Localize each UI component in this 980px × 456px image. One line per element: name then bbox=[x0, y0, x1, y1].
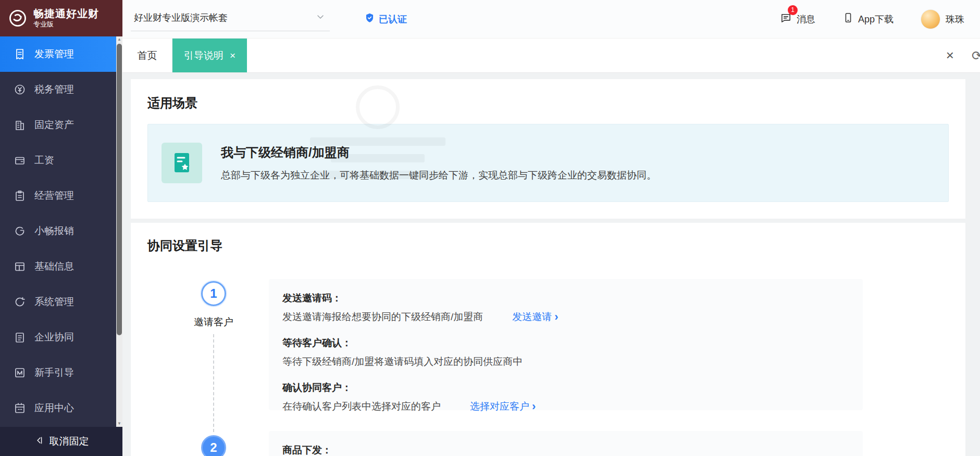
step-1-label: 邀请客户 bbox=[190, 315, 238, 329]
wallet-icon bbox=[14, 154, 26, 167]
sidebar-item-label: 税务管理 bbox=[34, 83, 74, 96]
account-selector[interactable]: 好业财专业版演示帐套 bbox=[131, 7, 330, 31]
sidebar-item-salary[interactable]: 工资 bbox=[0, 143, 116, 178]
user-profile[interactable]: 珠珠 bbox=[921, 9, 964, 29]
tab-close-icon[interactable]: × bbox=[230, 50, 235, 60]
tab-home-label: 首页 bbox=[138, 49, 157, 62]
section-title-scenarios: 适用场景 bbox=[147, 95, 949, 111]
sidebar-item-app-center[interactable]: 应用中心 bbox=[0, 390, 116, 426]
avatar bbox=[921, 9, 940, 29]
scenario-title: 我与下级经销商/加盟商 bbox=[221, 144, 656, 161]
sidebar-item-label: 发票管理 bbox=[34, 47, 74, 61]
account-name: 好业财专业版演示帐套 bbox=[134, 11, 228, 24]
confirm-customer-title: 确认协同客户： bbox=[282, 381, 849, 395]
sidebar-item-label: 基础信息 bbox=[34, 260, 74, 273]
unpin-label: 取消固定 bbox=[49, 435, 89, 448]
sidebar-item-invoice[interactable]: 发票管理 bbox=[0, 36, 116, 72]
topbar: 好业财专业版演示帐套 已认证 1 消息 App下载 珠珠 bbox=[122, 0, 980, 39]
messages-label: 消息 bbox=[797, 13, 815, 26]
sidebar-item-label: 企业协同 bbox=[34, 331, 74, 344]
scenario-card: 我与下级经销商/加盟商 总部与下级各为独立企业，可将基础数据一键同步给下游，实现… bbox=[147, 124, 949, 202]
brand-name: 畅捷通好业财 bbox=[33, 8, 99, 20]
sidebar-item-label: 固定资产 bbox=[34, 118, 74, 132]
sidebar-item-business[interactable]: 经营管理 bbox=[0, 178, 116, 213]
brand-edition: 专业版 bbox=[33, 21, 99, 29]
messages-button[interactable]: 1 消息 bbox=[780, 12, 815, 27]
step-2-number: 2 bbox=[210, 440, 217, 455]
wait-confirm-text: 等待下级经销商/加盟将邀请码填入对应的协同供应商中 bbox=[282, 355, 523, 369]
app-download-button[interactable]: App下载 bbox=[842, 12, 894, 26]
sidebar-item-tax[interactable]: 税务管理 bbox=[0, 72, 116, 107]
chevron-right-icon: › bbox=[532, 401, 536, 412]
select-customer-link[interactable]: 选择对应客户 › bbox=[470, 400, 536, 413]
phone-icon bbox=[842, 12, 854, 26]
setup-guide-section: 协同设置引导 1 邀请客户 2 发送邀请码： 发送邀请海报给想要协同的下级经销商… bbox=[131, 223, 965, 456]
sidebar-item-label: 经营管理 bbox=[34, 189, 74, 202]
messages-count-badge: 1 bbox=[788, 5, 798, 15]
certified-badge: 已认证 bbox=[364, 12, 407, 26]
chevron-down-icon bbox=[315, 11, 326, 24]
step-2-badge: 2 bbox=[201, 435, 226, 456]
sidebar-item-newbie-guide[interactable]: 新手引导 bbox=[0, 355, 116, 390]
username: 珠珠 bbox=[946, 13, 964, 26]
send-invite-code-title: 发送邀请码： bbox=[282, 292, 849, 305]
wait-confirm-title: 等待客户确认： bbox=[282, 336, 849, 350]
step-1-number: 1 bbox=[210, 286, 217, 301]
tabbar: 首页 引导说明 × × ⟳ bbox=[122, 39, 980, 73]
send-invite-link[interactable]: 发送邀请 › bbox=[512, 310, 558, 324]
tax-icon bbox=[14, 83, 26, 96]
certified-shield-icon bbox=[364, 12, 375, 26]
step-2-panel: 商品下发： bbox=[269, 431, 863, 456]
clipboard-icon bbox=[14, 189, 26, 202]
sidebar-item-expense[interactable]: 小畅报销 bbox=[0, 213, 116, 249]
tab-overflow-icon[interactable]: ⟳ bbox=[972, 48, 980, 63]
send-invite-code-text: 发送邀请海报给想要协同的下级经销商/加盟商 bbox=[282, 310, 483, 324]
expense-g-icon bbox=[14, 225, 26, 237]
sidebar-item-system[interactable]: 系统管理 bbox=[0, 284, 116, 320]
brand-logo: 畅捷通好业财 专业版 bbox=[0, 0, 122, 36]
scrollbar-thumb[interactable] bbox=[117, 44, 122, 335]
collaboration-icon bbox=[14, 331, 26, 344]
sidebar-item-fixed-assets[interactable]: 固定资产 bbox=[0, 107, 116, 143]
chevron-right-icon: › bbox=[554, 311, 558, 323]
unpin-sidebar-button[interactable]: 取消固定 bbox=[0, 427, 122, 456]
step-connector-line bbox=[213, 334, 214, 432]
tab-guide-label: 引导说明 bbox=[184, 49, 224, 62]
sidebar-menu: 发票管理 税务管理 固定资产 工资 经营管理 小畅报销 bbox=[0, 36, 116, 427]
document-star-icon bbox=[162, 143, 202, 183]
sidebar-item-label: 系统管理 bbox=[34, 295, 74, 309]
tab-guide[interactable]: 引导说明 × bbox=[172, 39, 247, 72]
app-download-label: App下载 bbox=[858, 13, 894, 26]
certified-label: 已认证 bbox=[379, 13, 407, 26]
sidebar-scrollbar[interactable]: ▲ ▼ bbox=[116, 36, 122, 427]
section-title-setup-guide: 协同设置引导 bbox=[147, 237, 949, 254]
goods-dispatch-title: 商品下发： bbox=[282, 444, 849, 456]
brand-logo-icon bbox=[7, 8, 28, 29]
building-icon bbox=[14, 119, 26, 131]
main-content: 适用场景 我与下级经销商/加盟商 总部与下级各为独立企业，可将基础数据 bbox=[122, 73, 980, 456]
scenario-section: 适用场景 我与下级经销商/加盟商 总部与下级各为独立企业，可将基础数据 bbox=[131, 79, 965, 219]
sidebar: 畅捷通好业财 专业版 发票管理 税务管理 固定资产 工资 bbox=[0, 0, 122, 456]
sidebar-item-label: 新手引导 bbox=[34, 366, 74, 379]
sidebar-item-basic-info[interactable]: 基础信息 bbox=[0, 249, 116, 284]
confirm-customer-text: 在待确认客户列表中选择对应的客户 bbox=[282, 400, 441, 413]
sidebar-item-label: 应用中心 bbox=[34, 401, 74, 415]
tab-actions: × ⟳ bbox=[942, 39, 980, 72]
table-icon bbox=[14, 260, 26, 273]
scroll-up-icon[interactable]: ▲ bbox=[116, 36, 122, 43]
calendar-icon bbox=[14, 402, 26, 414]
invoice-icon bbox=[14, 48, 26, 60]
steps: 1 邀请客户 2 发送邀请码： 发送邀请海报给想要协同的下级经销商/加盟商 发送… bbox=[131, 223, 965, 456]
refresh-icon bbox=[14, 296, 26, 308]
sidebar-item-label: 工资 bbox=[34, 154, 54, 167]
unpin-icon bbox=[34, 435, 44, 448]
step-1-badge: 1 bbox=[201, 281, 226, 306]
app-window: 畅捷通好业财 专业版 发票管理 税务管理 固定资产 工资 bbox=[0, 0, 980, 456]
new-badge-icon bbox=[14, 366, 26, 379]
sidebar-item-collaboration[interactable]: 企业协同 bbox=[0, 320, 116, 355]
tab-home[interactable]: 首页 bbox=[122, 39, 172, 72]
close-tabs-icon[interactable]: × bbox=[942, 47, 958, 64]
scroll-down-icon[interactable]: ▼ bbox=[116, 421, 122, 427]
scenario-description: 总部与下级各为独立企业，可将基础数据一键同步给下游，实现总部与下级跨企业的交易数… bbox=[221, 169, 656, 182]
step-1-panel: 发送邀请码： 发送邀请海报给想要协同的下级经销商/加盟商 发送邀请 › 等待客户… bbox=[269, 279, 863, 410]
